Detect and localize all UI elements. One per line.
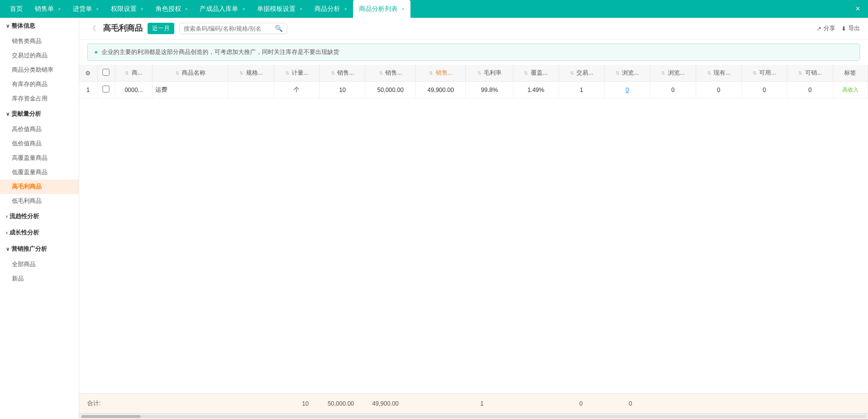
nav-tab-purchase[interactable]: 进货单 × — [67, 0, 105, 18]
sidebar-item-low-margin[interactable]: 低毛利商品 — [0, 194, 79, 208]
sidebar-item-stock-capital[interactable]: 库存资金占用 — [0, 92, 79, 106]
sidebar-item-low-coverage[interactable]: 低覆盖量商品 — [0, 165, 79, 180]
export-button[interactable]: ⬇ 导出 — [841, 24, 860, 33]
cell-sales-cost: 49,900.00 — [415, 82, 466, 98]
cell-view1[interactable]: 0 — [605, 82, 650, 98]
col-checkbox[interactable] — [97, 65, 115, 82]
nav-tab-roles-close[interactable]: × — [185, 6, 188, 12]
nav-tab-sales[interactable]: 销售单 × — [29, 0, 67, 18]
col-view1-header[interactable]: ⇅ 浏览... — [605, 65, 650, 82]
cell-spec — [228, 82, 274, 98]
info-banner: ✦ 企业的主要的利润都是这部分商品创造的，可考虑加大推广，同时关注库存是不要出现… — [87, 44, 860, 61]
time-filter-button[interactable]: 近一月 — [148, 23, 174, 34]
col-sales-amount-header[interactable]: ⇅ 销售... — [365, 65, 416, 82]
nav-tab-permissions-label: 权限设置 — [111, 4, 137, 13]
total-current-stock: 0 — [556, 400, 606, 407]
nav-tab-purchase-label: 进货单 — [73, 4, 92, 13]
col-tag-header[interactable]: 标签 — [833, 65, 868, 82]
col-available-stock-header[interactable]: ⇅ 可用... — [741, 65, 787, 82]
cell-name: 运费 — [153, 82, 228, 98]
nav-tab-home-label: 首页 — [10, 4, 23, 13]
search-input[interactable] — [184, 25, 273, 32]
info-banner-text: 企业的主要的利润都是这部分商品创造的，可考虑加大推广，同时关注库存是不要出现缺货 — [102, 48, 339, 56]
horizontal-scrollbar[interactable] — [79, 413, 868, 419]
sidebar-group-marketing[interactable]: ∨ 营销推广分析 — [0, 241, 79, 257]
window-close-button[interactable]: × — [852, 4, 864, 13]
row-checkbox[interactable] — [102, 86, 109, 93]
sidebar-item-new-goods[interactable]: 新品 — [0, 272, 79, 286]
col-settings[interactable]: ⚙ — [79, 65, 97, 82]
sidebar-group-overall[interactable]: ∨ 整体信息 — [0, 18, 79, 34]
col-view2-header[interactable]: ⇅ 浏览... — [650, 65, 696, 82]
sidebar-group-growth-label: 成长性分析 — [9, 229, 39, 237]
sidebar-item-all-goods[interactable]: 全部商品 — [0, 257, 79, 272]
col-trade-header[interactable]: ⇅ 交易... — [559, 65, 604, 82]
nav-tab-analysis[interactable]: 商品分析 × — [308, 0, 353, 18]
sidebar: ∨ 整体信息 销售类商品 交易过的商品 商品分类助销率 有库存的商品 库存资金占… — [0, 18, 79, 419]
nav-tab-permissions-close[interactable]: × — [141, 6, 144, 12]
select-all-checkbox[interactable] — [102, 69, 109, 76]
cell-coverage: 1.49% — [513, 82, 559, 98]
nav-tab-permissions[interactable]: 权限设置 × — [105, 0, 150, 18]
col-spec-header[interactable]: ⇅ 规格... — [228, 65, 274, 82]
nav-tab-analysis-list-close[interactable]: × — [402, 6, 405, 12]
sidebar-item-sales-goods[interactable]: 销售类商品 — [0, 34, 79, 48]
nav-tab-analysis-list[interactable]: 商品分析列表 × — [353, 0, 410, 18]
cell-unit: 个 — [274, 82, 319, 98]
col-sales-qty-header[interactable]: ⇅ 销售... — [319, 65, 365, 82]
col-code-header[interactable]: ⇅ 商... — [115, 65, 153, 82]
sidebar-group-marketing-arrow: ∨ — [6, 246, 9, 252]
cell-sales-amount: 50,000.00 — [365, 82, 416, 98]
nav-tab-template-close[interactable]: × — [300, 6, 303, 12]
content-header: 《 高毛利商品 近一月 🔍 ↗ 分享 ⬇ 导出 — [79, 18, 868, 40]
col-gross-margin-header[interactable]: ⇅ 毛利率 — [466, 65, 513, 82]
cell-sales-qty: 10 — [319, 82, 365, 98]
search-icon[interactable]: 🔍 — [275, 25, 283, 32]
total-values: 10 50,000.00 49,900.00 1 0 0 — [110, 400, 860, 407]
share-button[interactable]: ↗ 分享 — [817, 24, 835, 33]
collapse-sidebar-button[interactable]: 《 — [87, 23, 98, 34]
nav-tab-warehouse-label: 产成品入库单 — [200, 4, 238, 13]
nav-tab-purchase-close[interactable]: × — [96, 6, 99, 12]
settings-icon[interactable]: ⚙ — [85, 70, 91, 77]
nav-tab-warehouse[interactable]: 产成品入库单 × — [194, 0, 251, 18]
sidebar-group-contribution[interactable]: ∨ 贡献量分析 — [0, 106, 79, 122]
col-name-header[interactable]: ⇅ 商品名称 — [153, 65, 228, 82]
cell-checkbox[interactable] — [97, 82, 115, 98]
nav-tab-sales-label: 销售单 — [35, 4, 54, 13]
nav-tab-template[interactable]: 单据模板设置 × — [251, 0, 308, 18]
sidebar-item-stocked-goods[interactable]: 有库存的商品 — [0, 77, 79, 92]
sidebar-item-high-value[interactable]: 高价值商品 — [0, 122, 79, 137]
cell-index: 1 — [79, 82, 97, 98]
col-unit-header[interactable]: ⇅ 计量... — [274, 65, 319, 82]
main-layout: ∨ 整体信息 销售类商品 交易过的商品 商品分类助销率 有库存的商品 库存资金占… — [0, 18, 868, 419]
nav-tab-home[interactable]: 首页 — [4, 0, 29, 18]
nav-tab-roles[interactable]: 角色授权 × — [150, 0, 194, 18]
col-coverage-header[interactable]: ⇅ 覆盖... — [513, 65, 559, 82]
sidebar-group-flow[interactable]: › 流趋性分析 — [0, 208, 79, 225]
sidebar-item-high-coverage[interactable]: 高覆盖量商品 — [0, 151, 79, 165]
total-available-stock: 0 — [606, 400, 655, 407]
col-sellable-header[interactable]: ⇅ 可销... — [787, 65, 833, 82]
sidebar-item-high-margin[interactable]: 高毛利商品 — [0, 180, 79, 194]
scrollbar-thumb[interactable] — [81, 415, 141, 418]
data-table: ⚙ ⇅ 商... ⇅ 商品名称 — [79, 65, 868, 98]
sidebar-group-growth[interactable]: › 成长性分析 — [0, 225, 79, 241]
nav-tab-analysis-list-label: 商品分析列表 — [359, 4, 398, 13]
total-label: 合计: — [87, 399, 101, 408]
search-box: 🔍 — [179, 23, 287, 34]
table-row: 1 0000... 运费 个 10 50,000.00 49,900.00 99… — [79, 82, 868, 98]
cell-trade: 1 — [559, 82, 604, 98]
col-current-stock-header[interactable]: ⇅ 现有... — [696, 65, 741, 82]
export-icon: ⬇ — [841, 25, 846, 32]
sidebar-item-traded-goods[interactable]: 交易过的商品 — [0, 48, 79, 63]
page-title: 高毛利商品 — [103, 23, 143, 34]
top-navigation: 首页 销售单 × 进货单 × 权限设置 × 角色授权 × 产成品入库单 × 单据… — [0, 0, 868, 18]
nav-tab-analysis-close[interactable]: × — [344, 6, 347, 12]
sidebar-item-low-value[interactable]: 低价值商品 — [0, 137, 79, 151]
nav-tab-warehouse-close[interactable]: × — [242, 6, 245, 12]
nav-tab-sales-close[interactable]: × — [58, 6, 61, 12]
sidebar-item-category-assist[interactable]: 商品分类助销率 — [0, 63, 79, 77]
cell-current-stock: 0 — [696, 82, 741, 98]
col-sales-cost-header[interactable]: ⇅ 销售... — [415, 65, 466, 82]
